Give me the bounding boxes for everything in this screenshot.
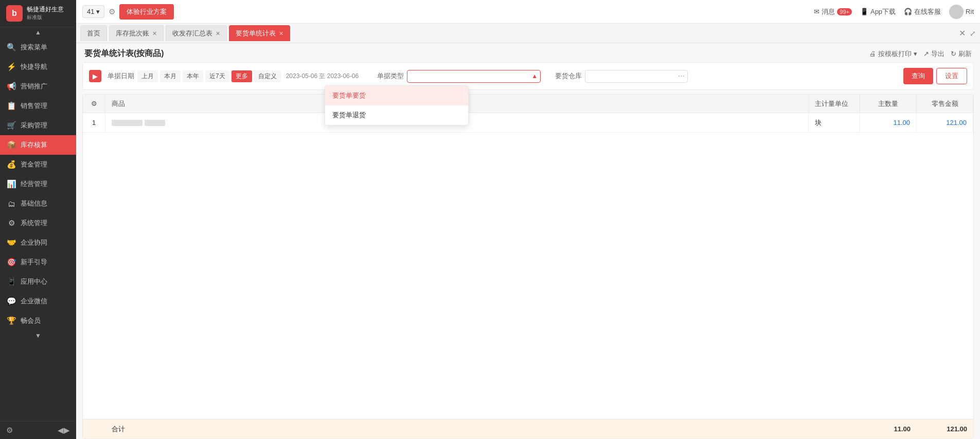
sidebar-item-label: 营销推广: [21, 82, 47, 91]
type-filter-arrow-icon[interactable]: ▲: [531, 72, 538, 80]
sidebar-item-guide[interactable]: 🎯 新手引导: [0, 252, 76, 272]
sidebar-item-label: 畅会员: [21, 316, 41, 325]
sidebar-item-system[interactable]: ⚙ 系统管理: [0, 213, 76, 233]
td-unit: 块: [809, 113, 860, 132]
sidebar-item-sales[interactable]: 📋 销售管理: [0, 96, 76, 116]
sidebar-scroll-up[interactable]: ▲: [0, 27, 76, 38]
inventory-icon: 📦: [6, 140, 16, 150]
tab-order-summary-label: 要货单统计表: [236, 29, 276, 38]
th-amount: 零售金额: [917, 95, 973, 113]
type-filter-input-wrap: ▲: [407, 70, 541, 83]
print-icon: 🖨: [869, 50, 876, 58]
guide-icon: 🎯: [6, 258, 16, 267]
page-title: 要货单统计表(按商品): [84, 48, 164, 59]
sidebar-item-member[interactable]: 🏆 畅会员: [0, 311, 76, 331]
company-selector[interactable]: 41 ▾: [82, 5, 104, 18]
sidebar-item-label: 销售管理: [21, 101, 47, 111]
phone-icon: 📱: [860, 8, 868, 15]
settings-btn[interactable]: 设置: [936, 68, 967, 84]
collapse-icon[interactable]: ◀▶: [58, 426, 70, 435]
date-filter-group: 单据日期 上月 本月 本年 近7天 更多 自定义 2023-05-06 至 20…: [108, 70, 359, 82]
warehouse-filter-input[interactable]: [585, 70, 688, 83]
page-header-actions: 🖨 按模板打印 ▾ ↗ 导出 ↻ 刷新: [869, 49, 972, 59]
th-qty: 主数量: [860, 95, 917, 113]
sidebar-item-label: 快捷导航: [21, 62, 47, 71]
sidebar-item-marketing[interactable]: 📢 营销推广: [0, 77, 76, 96]
date-chip-custom[interactable]: 自定义: [254, 70, 281, 82]
sidebar-item-wechat[interactable]: 💬 企业微信: [0, 291, 76, 311]
tab-inventory-batch-close[interactable]: ✕: [152, 30, 157, 37]
sidebar-item-finance[interactable]: 💰 资金管理: [0, 155, 76, 174]
date-chip-this-month[interactable]: 本月: [160, 70, 181, 82]
dropdown-item-order-return[interactable]: 要货单退货: [325, 105, 468, 125]
search-icon: 🔍: [6, 43, 16, 52]
date-chips: 上月 本月 本年 近7天 更多 自定义: [137, 70, 281, 82]
warehouse-more-icon[interactable]: ···: [678, 72, 685, 80]
type-dropdown: 要货单要货 要货单退货: [325, 85, 469, 125]
tab-inventory-batch[interactable]: 库存批次账 ✕: [109, 25, 164, 41]
sidebar-scroll-down[interactable]: ▼: [0, 331, 76, 341]
sidebar-item-enterprise[interactable]: 🤝 企业协同: [0, 233, 76, 252]
tab-home[interactable]: 首页: [80, 25, 107, 41]
query-btn[interactable]: 查询: [903, 68, 933, 84]
user-name: Rit: [966, 8, 974, 15]
th-settings[interactable]: ⚙: [83, 95, 105, 113]
tf-qty: 11.00: [860, 419, 917, 438]
date-chip-this-year[interactable]: 本年: [183, 70, 203, 82]
avatar: [949, 5, 964, 19]
sidebar-item-apps[interactable]: 📱 应用中心: [0, 272, 76, 291]
th-unit: 主计量单位: [809, 95, 860, 113]
tab-order-summary-close[interactable]: ✕: [279, 30, 283, 37]
refresh-label: 刷新: [958, 49, 972, 59]
message-item[interactable]: ✉ 消息 99+: [814, 7, 852, 16]
tab-receivable-summary-close[interactable]: ✕: [216, 30, 220, 37]
table-body: 1 块 11.00 121.00: [83, 113, 973, 419]
sidebar-item-inventory[interactable]: 📦 库存核算: [0, 135, 76, 155]
sidebar-item-search[interactable]: 🔍 搜索菜单: [0, 38, 76, 57]
type-filter-input[interactable]: [407, 70, 541, 83]
app-download-item[interactable]: 📱 App下载: [860, 7, 896, 16]
td-num: 1: [83, 113, 105, 132]
tf-unit-empty: [809, 419, 860, 438]
sidebar-item-operations[interactable]: 📊 经营管理: [0, 174, 76, 194]
chevron-down-icon: ▾: [914, 50, 917, 58]
tabbar-expand[interactable]: ⤢: [970, 29, 976, 38]
tabbar-actions: ✕ ⤢: [959, 28, 976, 38]
headset-icon: 🎧: [904, 8, 912, 15]
date-chip-more[interactable]: 更多: [231, 70, 252, 82]
filter-expand-btn[interactable]: ▶: [89, 70, 101, 82]
sidebar-item-label: 搜索菜单: [21, 43, 47, 52]
export-icon: ↗: [923, 50, 929, 58]
sales-icon: 📋: [6, 101, 16, 111]
print-label: 按模板打印: [878, 49, 912, 59]
type-filter-group: 单据类型 ▲: [377, 70, 541, 83]
trial-btn[interactable]: 体验行业方案: [119, 4, 174, 20]
topbar-gear-icon[interactable]: ⚙: [109, 7, 115, 16]
tf-label: 合计: [105, 419, 809, 438]
date-chip-last-month[interactable]: 上月: [137, 70, 158, 82]
refresh-btn[interactable]: ↻ 刷新: [951, 49, 972, 59]
tf-empty: [83, 419, 105, 438]
online-service-item[interactable]: 🎧 在线客服: [904, 7, 941, 16]
user-profile[interactable]: Rit: [949, 5, 974, 19]
sidebar-item-label: 基础信息: [21, 199, 47, 208]
tab-order-summary[interactable]: 要货单统计表 ✕: [229, 25, 290, 41]
table-row: 1 块 11.00 121.00: [83, 113, 973, 133]
logo-icon: b: [6, 5, 23, 22]
message-label: 消息: [822, 7, 835, 16]
tab-receivable-summary[interactable]: 收发存汇总表 ✕: [166, 25, 227, 41]
sidebar-item-label: 库存核算: [21, 140, 47, 150]
sidebar-item-quick-nav[interactable]: ⚡ 快捷导航: [0, 57, 76, 77]
date-chip-last-7-days[interactable]: 近7天: [205, 70, 229, 82]
sidebar: b 畅捷通好生意 标准版 ▲ 🔍 搜索菜单 ⚡ 快捷导航 📢 营销推广 📋 销售…: [0, 0, 76, 439]
dropdown-item-order-goods[interactable]: 要货单要货: [325, 86, 468, 105]
sidebar-item-purchase[interactable]: 🛒 采购管理: [0, 116, 76, 135]
sidebar-item-basic[interactable]: 🗂 基础信息: [0, 194, 76, 213]
app-download-label: App下载: [870, 7, 896, 16]
export-btn[interactable]: ↗ 导出: [923, 49, 945, 59]
settings-icon[interactable]: ⚙: [6, 426, 13, 435]
tabbar-close-all[interactable]: ✕: [959, 28, 966, 38]
topbar: 41 ▾ ⚙ 体验行业方案 ✉ 消息 99+ 📱 App下载 🎧 在线客服 R: [76, 0, 980, 24]
enterprise-icon: 🤝: [6, 238, 16, 247]
print-btn[interactable]: 🖨 按模板打印 ▾: [869, 49, 917, 59]
